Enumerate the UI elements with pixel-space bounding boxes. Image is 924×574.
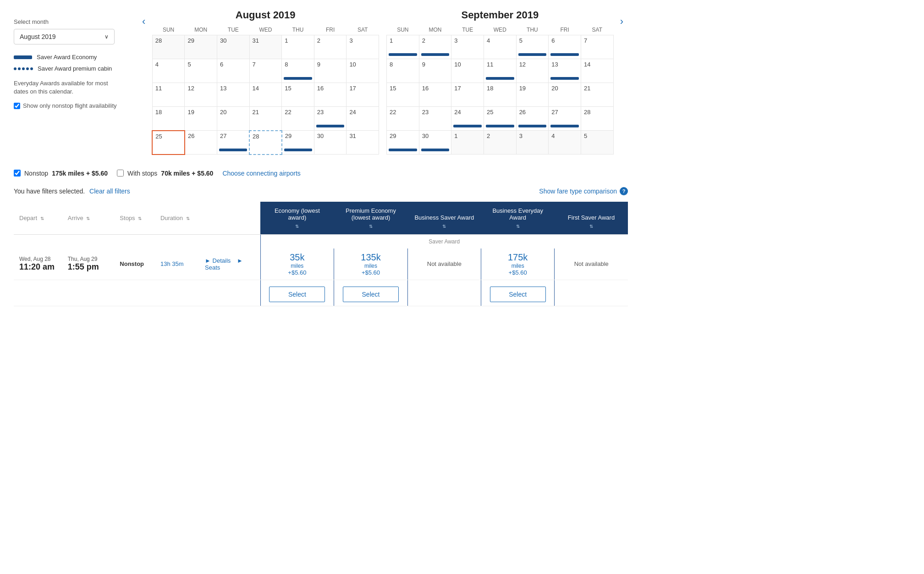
details-cell[interactable]: ► Details ► Seats — [199, 248, 260, 280]
calendar-day[interactable]: 2 — [484, 131, 516, 155]
calendar-day[interactable]: 17 — [451, 83, 484, 107]
calendar-day[interactable]: 8 — [387, 59, 419, 83]
calendar-day[interactable]: 25 — [484, 107, 516, 131]
calendar-day[interactable]: 12 — [185, 83, 217, 107]
th-arrive[interactable]: Arrive ⇅ — [62, 202, 115, 235]
calendar-day[interactable]: 8 — [282, 59, 314, 83]
economy-select-button[interactable]: Select — [269, 287, 325, 302]
with-stops-checkbox[interactable] — [117, 170, 124, 177]
calendar-day[interactable]: 13 — [217, 83, 250, 107]
connecting-airports-link[interactable]: Choose connecting airports — [222, 170, 300, 177]
calendar-day[interactable]: 9 — [314, 59, 346, 83]
th-first-saver[interactable]: First Saver Award ⇅ — [555, 202, 628, 235]
clear-filters-link[interactable]: Clear all filters — [89, 188, 130, 195]
calendar-day[interactable]: 1 — [387, 35, 419, 59]
calendar-day[interactable]: 2 — [419, 35, 451, 59]
calendar-day[interactable]: 7 — [249, 59, 282, 83]
calendar-day[interactable]: 30 — [314, 131, 346, 155]
calendar-day[interactable]: 21 — [581, 83, 613, 107]
calendar-day[interactable]: 27 — [217, 131, 250, 155]
calendar-day[interactable]: 25 — [152, 131, 185, 155]
calendar-day[interactable]: 27 — [549, 107, 581, 131]
details-link[interactable]: ► Details — [205, 257, 231, 264]
calendar-day[interactable]: 29 — [387, 131, 419, 155]
calendar-day[interactable]: 4 — [484, 35, 516, 59]
business-everyday-select-button[interactable]: Select — [490, 287, 546, 302]
calendar-day[interactable]: 5 — [185, 59, 217, 83]
calendar-day[interactable]: 16 — [314, 83, 346, 107]
th-depart[interactable]: Depart ⇅ — [14, 202, 62, 235]
month-selector[interactable]: August 2019 ∨ — [14, 29, 115, 44]
th-economy[interactable]: Economy (lowest award) ⇅ — [260, 202, 334, 235]
nonstop-check-container[interactable]: Show only nonstop flight availability — [14, 102, 124, 109]
calendar-day[interactable]: 6 — [549, 35, 581, 59]
calendar-day[interactable]: 6 — [217, 59, 250, 83]
calendar-day[interactable]: 15 — [387, 83, 419, 107]
calendar-day[interactable]: 3 — [516, 131, 549, 155]
calendar-day[interactable]: 20 — [549, 83, 581, 107]
nonstop-checkbox[interactable] — [14, 103, 20, 109]
calendar-day[interactable]: 18 — [152, 107, 185, 131]
calendar-day[interactable]: 20 — [217, 107, 250, 131]
calendar-day[interactable]: 26 — [516, 107, 549, 131]
calendar-day[interactable]: 2 — [314, 35, 346, 59]
calendar-day[interactable]: 18 — [484, 83, 516, 107]
calendar-day[interactable]: 10 — [451, 59, 484, 83]
premium-select-cell[interactable]: Select — [334, 280, 408, 306]
calendar-day[interactable]: 24 — [451, 107, 484, 131]
calendar-day[interactable]: 3 — [451, 35, 484, 59]
calendar-day[interactable]: 21 — [249, 107, 282, 131]
premium-select-button[interactable]: Select — [343, 287, 399, 302]
economy-select-cell[interactable]: Select — [260, 280, 334, 306]
calendar-day[interactable]: 5 — [581, 131, 613, 155]
calendar-day[interactable]: 23 — [419, 107, 451, 131]
calendar-day[interactable]: 14 — [581, 59, 613, 83]
nonstop-filter-checkbox[interactable] — [14, 170, 21, 177]
calendar-day[interactable]: 19 — [516, 83, 549, 107]
calendar-day[interactable]: 11 — [484, 59, 516, 83]
prev-month-button[interactable]: ‹ — [138, 9, 150, 28]
calendar-day[interactable]: 14 — [249, 83, 282, 107]
th-stops[interactable]: Stops ⇅ — [114, 202, 155, 235]
calendar-day[interactable]: 3 — [346, 35, 379, 59]
calendar-day[interactable]: 13 — [549, 59, 581, 83]
calendar-day[interactable]: 1 — [451, 131, 484, 155]
calendar-day[interactable]: 4 — [152, 59, 185, 83]
calendar-day[interactable]: 30 — [217, 35, 250, 59]
calendar-day[interactable]: 28 — [152, 35, 185, 59]
calendar-day[interactable]: 17 — [346, 83, 379, 107]
calendar-day[interactable]: 10 — [346, 59, 379, 83]
calendar-day[interactable]: 23 — [314, 107, 346, 131]
with-stops-filter[interactable]: With stops 70k miles + $5.60 — [117, 170, 213, 177]
calendar-day[interactable]: 28 — [249, 131, 282, 155]
calendar-day[interactable]: 29 — [282, 131, 314, 155]
calendar-day[interactable]: 12 — [516, 59, 549, 83]
depart-time: 11:20 am — [19, 262, 57, 272]
th-business-saver[interactable]: Business Saver Award ⇅ — [407, 202, 481, 235]
business-everyday-select-cell[interactable]: Select — [481, 280, 555, 306]
calendar-day[interactable]: 22 — [282, 107, 314, 131]
calendar-day[interactable]: 5 — [516, 35, 549, 59]
calendar-day[interactable]: 29 — [185, 35, 217, 59]
th-premium-economy[interactable]: Premium Economy (lowest award) ⇅ — [334, 202, 408, 235]
th-business-everyday[interactable]: Business Everyday Award ⇅ — [481, 202, 555, 235]
calendar-day[interactable]: 24 — [346, 107, 379, 131]
calendar-day[interactable]: 28 — [581, 107, 613, 131]
calendar-day[interactable]: 16 — [419, 83, 451, 107]
calendar-day[interactable]: 9 — [419, 59, 451, 83]
calendar-day[interactable]: 4 — [549, 131, 581, 155]
nonstop-filter[interactable]: Nonstop 175k miles + $5.60 — [14, 170, 108, 177]
th-duration[interactable]: Duration ⇅ — [155, 202, 199, 235]
next-month-button[interactable]: › — [616, 9, 628, 28]
calendar-day[interactable]: 31 — [346, 131, 379, 155]
calendar-day[interactable]: 26 — [185, 131, 217, 155]
calendar-day[interactable]: 1 — [282, 35, 314, 59]
fare-comparison-container[interactable]: Show fare type comparison ? — [539, 187, 628, 195]
calendar-day[interactable]: 22 — [387, 107, 419, 131]
calendar-day[interactable]: 19 — [185, 107, 217, 131]
calendar-day[interactable]: 7 — [581, 35, 613, 59]
calendar-day[interactable]: 30 — [419, 131, 451, 155]
calendar-day[interactable]: 31 — [249, 35, 282, 59]
calendar-day[interactable]: 11 — [152, 83, 185, 107]
calendar-day[interactable]: 15 — [282, 83, 314, 107]
